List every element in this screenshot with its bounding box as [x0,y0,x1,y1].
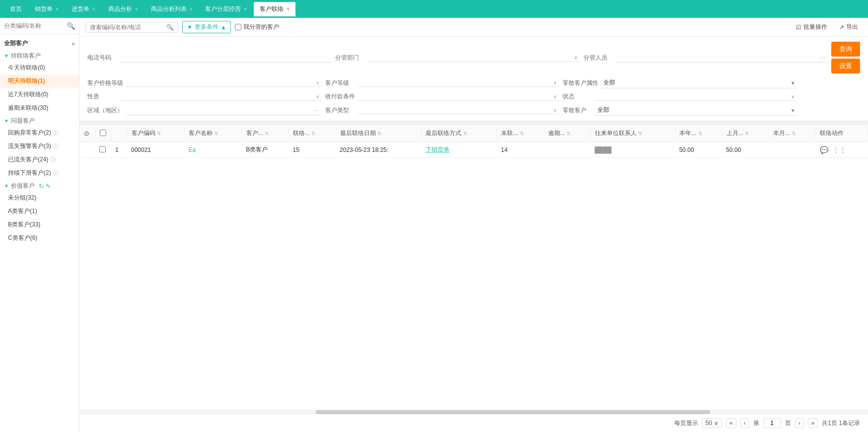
sidebar-item-classB[interactable]: B类客户(33) [0,218,79,231]
last-page-button[interactable]: » [808,418,818,428]
action-chat-icon-0[interactable]: 💬 [820,146,828,154]
nav-customer-contact-close[interactable]: × [287,6,289,12]
col-contact[interactable]: 联络... ⇅ [289,125,336,142]
scrollbar-thumb[interactable] [316,410,710,414]
sidebar-item-declining[interactable]: 持续下滑客户(2) ⓘ [0,166,79,180]
sidebar-item-tomorrow[interactable]: 明天待联络(1) [0,74,79,88]
nav-customer-segment[interactable]: 客户分层经营 × [199,2,253,16]
col-actions: 联络动作 [816,125,868,142]
sort-customer-code[interactable]: ⇅ [157,131,161,136]
row-checkbox-0[interactable] [95,142,111,158]
sort-current-year[interactable]: ⇅ [698,131,702,136]
col-last-contact-date[interactable]: 最后联络日期 ⇅ [336,125,422,142]
col-current-year[interactable]: 本年... ⇅ [675,125,722,142]
sidebar-item-churned[interactable]: 已流失客户(24) ⓘ [0,153,79,166]
sidebar-item-ungrouped[interactable]: 未分组(32) [0,191,79,205]
sort-last-contact-date[interactable]: ⇅ [377,131,381,136]
my-customer-checkbox[interactable] [235,24,241,30]
nav-product-analysis-list[interactable]: 商品分析列表 × [145,2,199,16]
filter-manager-dots[interactable]: ··· [819,54,825,61]
page-size-select[interactable]: 50 ∨ [702,418,722,428]
nav-customer-segment-close[interactable]: × [244,6,247,12]
col-uncontacted[interactable]: 未联... ⇅ [497,125,544,142]
sidebar-search-icon[interactable]: 🔍 [67,22,75,30]
horizontal-scrollbar[interactable] [79,410,868,414]
sidebar-item-overdue[interactable]: 逾期未联络(30) [0,101,79,115]
filter-retail-attr-select[interactable]: 全部 ∨ [601,77,796,88]
col-last-month[interactable]: 上月... ⇅ [722,125,769,142]
filter-nature-select[interactable]: ∨ [120,93,321,101]
sort-customer-type[interactable]: ⇅ [265,131,269,136]
filter-price-level-select[interactable]: ∨ [126,79,321,87]
value-edit-icon[interactable]: ✎ [46,183,51,190]
col-customer-type[interactable]: 客户... ⇅ [242,125,289,142]
nav-sales-close[interactable]: × [56,6,59,12]
nav-home[interactable]: 首页 [4,2,28,16]
sidebar-item-churn-warning[interactable]: 流失预警客户(3) ⓘ [0,140,79,153]
sidebar-collapse-icon[interactable]: « [72,40,75,47]
sidebar-item-7days[interactable]: 近7天待联络(0) [0,88,79,101]
row-name-0[interactable]: Ea [185,142,242,158]
filter-cust-level-select[interactable]: ∨ [358,79,559,87]
filter-nature: 性质 ∨ [87,92,321,101]
sort-uncontacted[interactable]: ⇅ [520,131,524,136]
row-current-year-0: 50.00 [675,142,722,158]
nav-product-analysis-list-close[interactable]: × [190,6,193,12]
more-filter-button[interactable]: ▼ 更多条件 ▲ [182,21,231,33]
sidebar-item-today[interactable]: 今天待联络(0) [0,61,79,74]
sort-overdue[interactable]: ⇅ [567,131,571,136]
select-all-checkbox[interactable] [100,130,106,136]
filter-retail-cust-select[interactable]: 全部 ∨ [595,105,796,116]
sidebar-item-classC[interactable]: C类客户(6) [0,231,79,245]
row-last-method-0[interactable]: 下销货单 [422,142,497,158]
nav-purchase-close[interactable]: × [92,6,95,12]
sort-last-month[interactable]: ⇅ [745,131,749,136]
filter-status-select[interactable]: ∨ [595,93,796,101]
row-select-0[interactable] [99,146,106,152]
filter-cust-type-select[interactable]: ∨ [358,106,559,114]
filter-region: 区域（地区） ··· [87,106,321,115]
value-refresh-icon[interactable]: ↻ [39,183,44,190]
sort-customer-name[interactable]: ⇅ [214,131,218,136]
row-contact-0: 15 [289,142,336,158]
nav-product-analysis-close[interactable]: × [135,6,138,12]
filter-dept-select[interactable]: ∨ [368,54,579,62]
content-area: 🔍 ▼ 更多条件 ▲ 我分管的客户 ☑ 批量操作 ↗ 导出 [79,18,868,432]
prev-page-button[interactable]: ‹ [740,418,749,428]
filter-phone-input[interactable] [120,53,331,63]
nav-product-analysis[interactable]: 商品分析 × [102,2,144,16]
col-customer-code[interactable]: 客户编码 ⇅ [127,125,185,142]
sort-current-month[interactable]: ⇅ [792,131,796,136]
row-actions-0: 💬 ⋮⋮ [816,142,868,158]
sidebar: 🔍 全部客户 « ▼ 待联络客户 今天待联络(0) 明天待联络(1) 近7天待联… [0,18,79,432]
main-search-icon[interactable]: 🔍 [166,24,174,31]
sort-last-contact-method[interactable]: ⇅ [463,131,467,136]
settings-button[interactable]: 设置 [831,59,860,73]
nav-purchase[interactable]: 进货单 × [66,2,101,16]
col-current-month[interactable]: 本月... ⇅ [769,125,816,142]
query-button[interactable]: 查询 [831,42,860,57]
page-number-input[interactable] [763,418,781,428]
filter-region-dots[interactable]: ··· [313,107,319,114]
sidebar-item-repurchase-abnormal[interactable]: 回购异常客户(2) ⓘ [0,126,79,140]
my-customer-checkbox-wrap[interactable]: 我分管的客户 [235,23,279,31]
col-last-contact-method[interactable]: 最后联络方式 ⇅ [422,125,497,142]
col-customer-name[interactable]: 客户名称 ⇅ [185,125,242,142]
sidebar-search-input[interactable] [4,22,65,29]
action-menu-icon-0[interactable]: ⋮⋮ [832,146,846,154]
next-page-button[interactable]: › [795,418,804,428]
filter-payment-select[interactable]: ∨ [358,93,559,101]
col-gear-icon[interactable]: ⚙ [83,130,90,138]
main-search-input[interactable] [90,24,164,31]
nav-sales[interactable]: 销货单 × [29,2,65,16]
col-unit-contact[interactable]: 往来单位联系人 ⇅ [591,125,675,142]
nav-customer-contact[interactable]: 客户联络 × [254,2,295,16]
export-button[interactable]: ↗ 导出 [835,21,862,33]
sort-contact[interactable]: ⇅ [311,131,315,136]
sidebar-all-customers[interactable]: 全部客户 « [0,36,79,50]
first-page-button[interactable]: « [726,418,736,428]
sidebar-item-classA[interactable]: A类客户(1) [0,205,79,218]
col-overdue[interactable]: 逾期... ⇅ [544,125,590,142]
sort-unit-contact[interactable]: ⇅ [638,131,642,136]
batch-op-button[interactable]: ☑ 批量操作 [792,21,831,33]
